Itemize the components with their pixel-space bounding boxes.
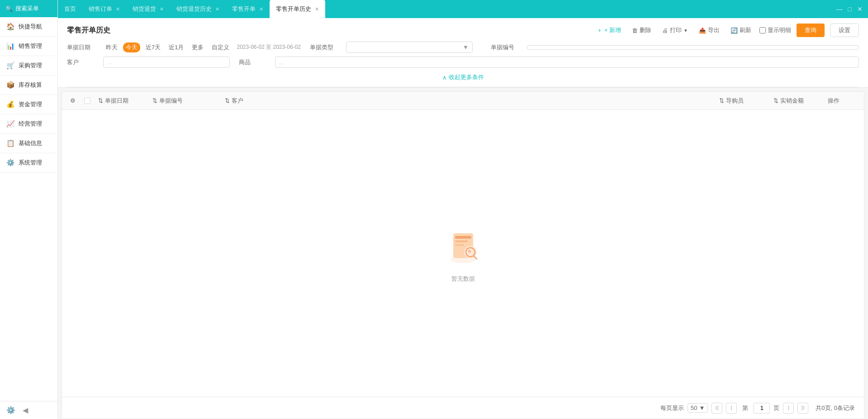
doc-num-label: 单据编号: [491, 43, 518, 52]
tab-sales-order[interactable]: 销售订单 ✕: [82, 0, 126, 18]
th-amount-label: 实销金额: [780, 97, 804, 105]
window-close-icon[interactable]: ✕: [857, 5, 863, 13]
query-button[interactable]: 查询: [797, 24, 825, 37]
sidebar-item-label: 快捷导航: [19, 23, 42, 31]
refresh-button[interactable]: 🔄 刷新: [728, 24, 754, 36]
th-amount[interactable]: ⇅ 实销金额: [770, 97, 824, 105]
next-page-button[interactable]: ⟩: [783, 403, 794, 414]
date-more[interactable]: 更多: [189, 42, 206, 52]
page-size-select[interactable]: 50 ▼: [688, 403, 708, 413]
svg-rect-4: [455, 244, 464, 246]
filter-row-1: 单据日期 昨天 今天 近7天 近1月 更多 自定义 2023-06-02 至 2…: [67, 42, 859, 53]
th-date-label: 单据日期: [105, 97, 128, 105]
sidebar-item-base-info[interactable]: 📋 基础信息: [0, 134, 57, 153]
search-icon: 🔍: [5, 5, 13, 12]
tab-sales-return-history-label: 销货退货历史: [176, 5, 212, 13]
tab-retail-open-history[interactable]: 零售开单历史 ✕: [270, 0, 325, 18]
refresh-icon: 🔄: [730, 27, 738, 34]
doc-num-input[interactable]: [527, 45, 859, 50]
sidebar-item-quick-nav[interactable]: 🏠 快捷导航: [0, 17, 57, 37]
tab-sales-return-label: 销货退货: [133, 5, 156, 13]
tab-home-label: 首页: [64, 5, 76, 13]
select-all-checkbox[interactable]: [80, 98, 95, 104]
show-detail-checkbox[interactable]: [759, 27, 766, 33]
collapse-sidebar-icon[interactable]: ◀: [23, 406, 28, 414]
add-icon: ＋: [597, 26, 602, 34]
th-num-sort-icon: ⇅: [152, 97, 157, 104]
sidebar-item-finance[interactable]: 💰 资金管理: [0, 95, 57, 114]
delete-icon: 🗑: [632, 27, 638, 34]
date-yesterday[interactable]: 昨天: [103, 42, 120, 52]
sidebar-item-sales-mgmt[interactable]: 📊 销售管理: [0, 37, 57, 56]
column-settings-button[interactable]: ⚙: [66, 97, 80, 104]
th-guide[interactable]: ⇅ 导购员: [716, 97, 770, 105]
window-minimize-icon[interactable]: —: [836, 5, 843, 13]
page-title-row: 零售开单历史 ＋ + 新增 🗑 删除 🖨 打印 ▼: [67, 24, 859, 37]
client-placeholder: ...: [107, 59, 112, 66]
settings-bottom-icon[interactable]: ⚙️: [6, 406, 15, 414]
tab-retail-open-label: 零售开单: [232, 5, 256, 13]
client-input[interactable]: ...: [103, 56, 230, 68]
th-client-label: 客户: [232, 97, 243, 105]
add-button[interactable]: ＋ + 新增: [594, 24, 624, 36]
pagination: 每页显示 50 ▼ ⟨⟨ ⟨ 第 页 ⟩ ⟩⟩ 共0页, 0条记录: [62, 397, 864, 419]
table-header: ⚙ ⇅ 单据日期 ⇅ 单据编号 ⇅ 客户 ⇅ 导购员: [62, 92, 864, 110]
export-button[interactable]: 📤 导出: [696, 24, 722, 36]
date-today[interactable]: 今天: [123, 42, 140, 52]
first-page-button[interactable]: ⟨⟨: [711, 403, 722, 414]
date-7days[interactable]: 近7天: [143, 42, 163, 52]
date-shortcuts: 昨天 今天 近7天 近1月 更多 自定义 2023-06-02 至 2023-0…: [103, 42, 301, 52]
sidebar-item-label: 系统管理: [19, 159, 42, 167]
filter-area: 单据日期 昨天 今天 近7天 近1月 更多 自定义 2023-06-02 至 2…: [67, 42, 859, 87]
prev-page-button[interactable]: ⟨: [726, 403, 737, 414]
sidebar-search[interactable]: 🔍 搜索采单: [0, 0, 57, 17]
doc-type-select[interactable]: ▼: [346, 42, 473, 53]
page-size-value: 50: [691, 405, 697, 411]
sidebar-item-purchase-mgmt[interactable]: 🛒 采购管理: [0, 56, 57, 75]
date-custom[interactable]: 自定义: [209, 42, 232, 52]
last-page-button[interactable]: ⟩⟩: [797, 403, 808, 414]
print-icon: 🖨: [662, 27, 668, 34]
tab-sales-order-label: 销售订单: [89, 5, 112, 13]
page-number-input[interactable]: [754, 403, 770, 414]
svg-rect-2: [455, 236, 471, 239]
collapse-more-conditions[interactable]: ∧ 收起更多条件: [67, 71, 859, 83]
toolbar: ＋ + 新增 🗑 删除 🖨 打印 ▼ 📤 导出: [594, 24, 859, 37]
page-title: 零售开单历史: [67, 26, 110, 35]
tab-sales-order-close[interactable]: ✕: [116, 6, 120, 12]
th-action-label: 操作: [828, 97, 840, 105]
sidebar-item-operations[interactable]: 📈 经营管理: [0, 114, 57, 134]
setting-button[interactable]: 设置: [830, 24, 859, 37]
tab-sales-return-history-close[interactable]: ✕: [215, 6, 219, 12]
th-amount-sort-icon: ⇅: [773, 97, 778, 104]
tab-home[interactable]: 首页: [58, 0, 82, 18]
goods-input[interactable]: ...: [275, 56, 859, 68]
th-num[interactable]: ⇅ 单据编号: [149, 97, 221, 105]
svg-point-8: [468, 250, 471, 253]
tab-retail-open-close[interactable]: ✕: [259, 6, 263, 12]
print-dropdown-icon: ▼: [683, 28, 688, 33]
empty-text: 暂无数据: [451, 275, 475, 283]
window-maximize-icon[interactable]: □: [848, 5, 852, 13]
sidebar-item-inventory[interactable]: 📦 库存核算: [0, 75, 57, 95]
tab-sales-return[interactable]: 销货退货 ✕: [126, 0, 170, 18]
sidebar-item-sys-mgmt[interactable]: ⚙️ 系统管理: [0, 153, 57, 173]
delete-button[interactable]: 🗑 删除: [629, 24, 654, 36]
tab-sales-return-history[interactable]: 销货退货历史 ✕: [170, 0, 226, 18]
content-area: 零售开单历史 ＋ + 新增 🗑 删除 🖨 打印 ▼: [58, 18, 868, 419]
collapse-icon: ∧: [442, 74, 447, 81]
quick-nav-icon: 🏠: [6, 23, 15, 31]
client-label: 客户: [67, 58, 94, 66]
table-area: ⚙ ⇅ 单据日期 ⇅ 单据编号 ⇅ 客户 ⇅ 导购员: [62, 91, 864, 419]
page-label: 页: [773, 404, 779, 412]
show-detail-toggle[interactable]: 显示明细: [759, 26, 791, 34]
th-date[interactable]: ⇅ 单据日期: [95, 97, 149, 105]
goods-placeholder: ...: [279, 59, 284, 66]
sys-mgmt-icon: ⚙️: [6, 159, 15, 167]
tab-retail-open[interactable]: 零售开单 ✕: [226, 0, 270, 18]
print-button[interactable]: 🖨 打印 ▼: [659, 24, 691, 36]
tab-retail-open-history-close[interactable]: ✕: [315, 6, 319, 12]
date-1month[interactable]: 近1月: [166, 42, 186, 52]
th-client[interactable]: ⇅ 客户: [221, 97, 716, 105]
tab-sales-return-close[interactable]: ✕: [160, 6, 164, 12]
